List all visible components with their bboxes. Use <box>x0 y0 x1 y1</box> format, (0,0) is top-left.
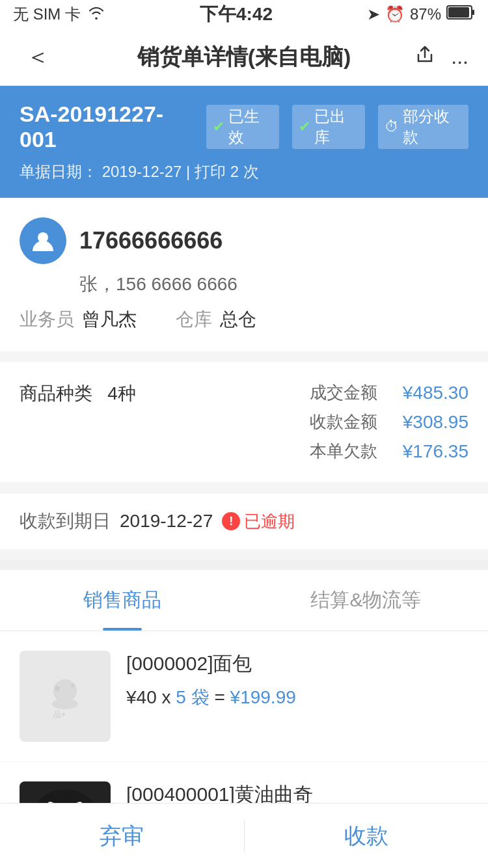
content-scroll: SA-20191227-001 ✔ 已生效 ✔ 已出库 ⏱ 部分收款 单据日期：… <box>0 86 488 868</box>
category-info: 商品种类 4种 <box>20 381 136 406</box>
due-section: 收款到期日 2019-12-27 ! 已逾期 <box>0 493 488 549</box>
status-partial-label: 部分收款 <box>403 106 462 148</box>
battery-level: 87% <box>410 5 441 23</box>
status-bar-left: 无 SIM 卡 <box>13 4 105 25</box>
amount-label: 成交金额 <box>310 381 377 404</box>
received-value: ¥308.95 <box>390 412 468 433</box>
salesperson-label: 业务员 <box>20 307 74 332</box>
owed-label: 本单欠款 <box>310 440 377 463</box>
product-unit-1: 袋 <box>191 687 210 707</box>
svg-rect-2 <box>472 10 474 15</box>
page-title: 销货单详情(来自电脑) <box>137 42 351 72</box>
customer-phone: 17666666666 <box>79 227 223 254</box>
status-badge-active: ✔ 已生效 <box>206 105 279 149</box>
due-date-value: 2019-12-27 <box>120 511 213 532</box>
received-label: 收款金额 <box>310 411 377 433</box>
status-badge-partial: ⏱ 部分收款 <box>378 105 468 149</box>
order-banner: SA-20191227-001 ✔ 已生效 ✔ 已出库 ⏱ 部分收款 单据日期：… <box>0 86 488 198</box>
wifi-icon <box>87 5 105 23</box>
category-label: 商品种类 <box>20 383 92 403</box>
product-total-1: ¥199.99 <box>230 687 296 707</box>
order-banner-row1: SA-20191227-001 ✔ 已生效 ✔ 已出库 ⏱ 部分收款 <box>20 102 468 152</box>
tab-sales-products[interactable]: 销售商品 <box>0 570 244 631</box>
stats-section: 商品种类 4种 成交金额 ¥485.30 收款金额 ¥308.95 本单欠款 ¥… <box>0 362 488 482</box>
overdue-icon: ! <box>222 512 240 530</box>
due-date-label: 收款到期日 <box>20 509 111 534</box>
bottom-bar: 弃审 收款 <box>0 803 488 868</box>
cancel-review-button[interactable]: 弃审 <box>0 808 244 864</box>
product-qty-1: 5 <box>176 687 186 707</box>
order-print-count: | 打印 2 次 <box>186 163 259 180</box>
order-date-label: 单据日期： <box>20 163 98 180</box>
product-details-1: [0000002]面包 ¥40 x 5 袋 = ¥199.99 <box>126 651 468 742</box>
financial-stats: 成交金额 ¥485.30 收款金额 ¥308.95 本单欠款 ¥176.35 <box>310 381 468 463</box>
status-badge-shipped: ✔ 已出库 <box>292 105 365 149</box>
section-divider <box>0 560 488 570</box>
nav-actions: ... <box>414 44 468 70</box>
svg-point-7 <box>52 699 78 709</box>
status-bar: 无 SIM 卡 下午4:42 ➤ ⏰ 87% <box>0 0 488 29</box>
warehouse-item: 仓库 总仓 <box>176 307 256 332</box>
status-active-label: 已生效 <box>228 106 273 148</box>
product-name-1: [0000002]面包 <box>126 651 468 677</box>
product-eq-1: = <box>214 687 230 707</box>
salesperson-item: 业务员 曾凡杰 <box>20 307 137 332</box>
alarm-icon: ⏰ <box>385 5 405 23</box>
tab-bar: 销售商品 结算&物流等 <box>0 570 488 631</box>
order-date-value: 2019-12-27 <box>102 163 182 180</box>
svg-rect-1 <box>448 7 469 18</box>
status-bar-time: 下午4:42 <box>200 2 273 27</box>
customer-section: 17666666666 张，156 6666 6666 业务员 曾凡杰 仓库 总… <box>0 198 488 351</box>
clock-icon: ⏱ <box>385 118 399 135</box>
amount-row: 成交金额 ¥485.30 <box>310 381 468 404</box>
status-shipped-label: 已出库 <box>314 106 359 148</box>
check-icon-2: ✔ <box>299 118 310 135</box>
received-row: 收款金额 ¥308.95 <box>310 411 468 433</box>
owed-value: ¥176.35 <box>390 441 468 462</box>
tab-sales-products-label: 销售商品 <box>83 589 161 610</box>
sim-indicator: 无 SIM 卡 <box>13 4 81 25</box>
svg-text:品+: 品+ <box>53 710 66 719</box>
category-value: 4种 <box>107 383 136 403</box>
more-button[interactable]: ... <box>451 45 468 69</box>
product-unit-price-1: ¥40 <box>126 687 157 707</box>
battery-icon <box>446 5 475 23</box>
product-price-1: ¥40 x 5 袋 = ¥199.99 <box>126 685 468 710</box>
location-icon: ➤ <box>367 5 380 23</box>
check-icon-1: ✔ <box>213 118 224 135</box>
customer-row: 17666666666 <box>20 217 468 264</box>
share-button[interactable] <box>414 44 435 70</box>
product-thumbnail-1: 品+ <box>20 651 111 742</box>
customer-meta: 业务员 曾凡杰 仓库 总仓 <box>20 307 468 332</box>
nav-bar: ＜ 销货单详情(来自电脑) ... <box>0 29 488 86</box>
svg-point-6 <box>71 684 75 688</box>
order-id: SA-20191227-001 <box>20 102 193 152</box>
tab-settlement[interactable]: 结算&物流等 <box>244 570 488 631</box>
order-banner-row2: 单据日期： 2019-12-27 | 打印 2 次 <box>20 161 468 182</box>
status-bar-right: ➤ ⏰ 87% <box>367 5 475 23</box>
svg-point-5 <box>55 686 60 691</box>
warehouse-value: 总仓 <box>220 307 256 332</box>
product-x-1: x <box>162 687 176 707</box>
salesperson-value: 曾凡杰 <box>82 307 137 332</box>
collect-payment-button[interactable]: 收款 <box>245 808 489 864</box>
warehouse-label: 仓库 <box>176 307 212 332</box>
owed-row: 本单欠款 ¥176.35 <box>310 440 468 463</box>
product-item: 品+ [0000002]面包 ¥40 x 5 袋 = ¥199.99 <box>0 631 488 762</box>
back-button[interactable]: ＜ <box>20 34 56 79</box>
overdue-badge: ! 已逾期 <box>222 510 295 533</box>
amount-value: ¥485.30 <box>390 383 468 403</box>
avatar <box>20 217 66 264</box>
tab-settlement-label: 结算&物流等 <box>310 589 421 610</box>
customer-name-phone: 张，156 6666 6666 <box>20 272 468 297</box>
overdue-label: 已逾期 <box>244 510 295 533</box>
